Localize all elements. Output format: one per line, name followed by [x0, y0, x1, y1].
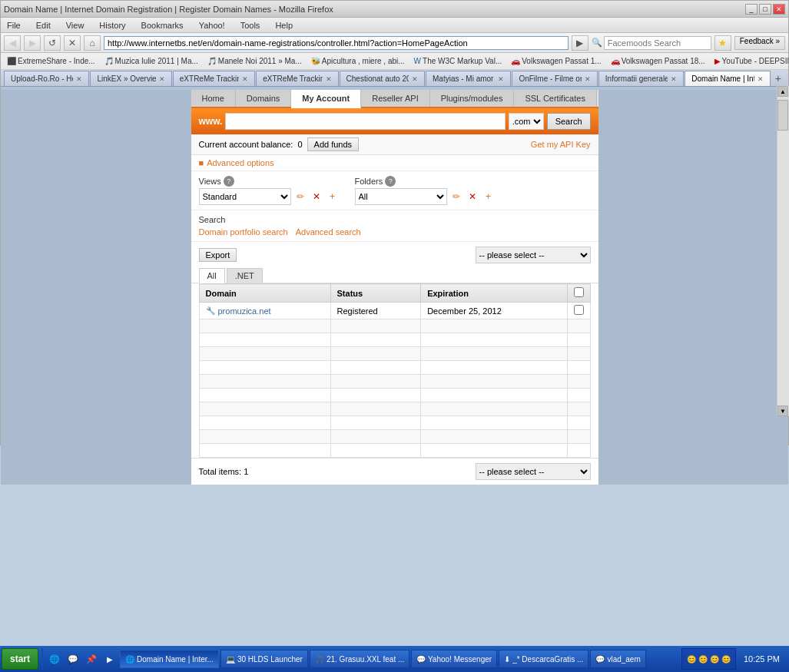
- taskbar-btn-descarca[interactable]: ⬇ _* DescarcaGratis ...: [499, 650, 588, 668]
- bottom-please-select[interactable]: -- please select -- Renew Transfer Delet…: [476, 463, 591, 480]
- menu-view[interactable]: View: [63, 19, 88, 31]
- top-please-select[interactable]: -- please select -- Renew Transfer Delet…: [476, 247, 591, 263]
- menu-help[interactable]: Help: [272, 19, 296, 31]
- site-tab-account[interactable]: My Account: [291, 90, 361, 108]
- tab-domain-active[interactable]: Domain Name | Intern... ✕: [685, 71, 770, 86]
- bookmark-manele[interactable]: 🎵 Manele Noi 2011 » Ma...: [204, 56, 305, 66]
- taskbar-icon-3[interactable]: 📌: [83, 650, 100, 667]
- site-tab-reseller[interactable]: Reseller API: [361, 90, 430, 107]
- views-select[interactable]: Standard Compact Detailed: [199, 188, 291, 205]
- menu-yahoo[interactable]: Yahoo!: [196, 19, 228, 31]
- domain-link[interactable]: 🔧 promuzica.net: [206, 306, 324, 316]
- bookmark-vw1[interactable]: 🚗 Volkswagen Passat 1...: [508, 56, 604, 66]
- folders-delete-button[interactable]: ✕: [466, 190, 479, 204]
- views-edit-button[interactable]: ✏: [293, 190, 307, 204]
- add-funds-button[interactable]: Add funds: [307, 137, 360, 151]
- feedback-button[interactable]: Feedback »: [734, 36, 785, 50]
- tab-close-onfilme[interactable]: ✕: [585, 75, 591, 83]
- menu-file[interactable]: File: [4, 19, 24, 31]
- forward-button[interactable]: ▶: [24, 35, 41, 51]
- search-links: Domain portfolio search Advanced search: [199, 227, 591, 237]
- views-info-icon[interactable]: ?: [224, 176, 234, 187]
- taskbar-btn-yahoo[interactable]: 💬 Yahoo! Messenger: [411, 650, 497, 668]
- tab-informatii[interactable]: Informatii generale - ... ✕: [598, 71, 684, 86]
- tab-close-extreme1[interactable]: ✕: [242, 75, 248, 83]
- taskbar-btn-grasuu[interactable]: 🎵 21. Grasuu.XXL feat ...: [310, 650, 409, 668]
- tab-upload[interactable]: Upload-Ro.Ro - Hos... ✕: [4, 71, 89, 86]
- folders-edit-button[interactable]: ✏: [449, 190, 463, 204]
- site-tab-domains[interactable]: Domains: [236, 90, 291, 107]
- bookmark-apicultura[interactable]: 🐝 Apicultura , miere , abi...: [308, 56, 408, 66]
- tab-close-domain[interactable]: ✕: [758, 75, 764, 83]
- site-tab-plugins[interactable]: Plugins/modules: [430, 90, 515, 107]
- search-domain-button[interactable]: Search: [547, 113, 591, 130]
- advanced-options-toggle[interactable]: ■ Advanced options: [199, 158, 591, 167]
- folders-info-icon[interactable]: ?: [385, 176, 396, 187]
- bookmark-w3c[interactable]: W The W3C Markup Val...: [411, 56, 506, 66]
- views-delete-button[interactable]: ✕: [310, 190, 323, 204]
- taskbar-btn-vlad[interactable]: 💬 vlad_aem: [590, 650, 645, 668]
- taskbar-btn-domain[interactable]: 🌐 Domain Name | Inter...: [120, 650, 219, 668]
- browser-search-input[interactable]: [604, 36, 711, 50]
- row-checkbox[interactable]: [574, 305, 584, 315]
- tld-select[interactable]: .com .net .org: [509, 113, 544, 130]
- favicon-icon: ⬛: [7, 57, 16, 65]
- window-controls: _ □ ✕: [745, 4, 785, 15]
- back-button[interactable]: ◀: [4, 35, 21, 51]
- taskbar-arrow[interactable]: ▶: [101, 650, 118, 667]
- tab-extreme1[interactable]: eXTReMe Tracking ✕: [173, 71, 255, 86]
- new-tab-button[interactable]: +: [771, 71, 785, 86]
- domain-tab-all[interactable]: All: [199, 268, 225, 283]
- views-controls: Standard Compact Detailed ✏ ✕ +: [199, 188, 340, 205]
- start-button[interactable]: start: [2, 648, 38, 670]
- minimize-button[interactable]: _: [745, 4, 758, 15]
- export-button[interactable]: Export: [199, 248, 237, 262]
- select-all-checkbox[interactable]: [574, 287, 584, 297]
- site-tab-home[interactable]: Home: [191, 90, 236, 107]
- menu-history[interactable]: History: [96, 19, 128, 31]
- menu-bookmarks[interactable]: Bookmarks: [138, 19, 187, 31]
- restore-button[interactable]: □: [759, 4, 771, 15]
- tab-matyias[interactable]: Matyias - Mi amor [N... ✕: [426, 71, 511, 86]
- bookmark-extremeshare[interactable]: ⬛ ExtremeShare - Inde...: [4, 56, 98, 66]
- scrollbar[interactable]: ▲ ▼: [777, 86, 789, 416]
- advanced-search-link[interactable]: Advanced search: [296, 227, 361, 237]
- tab-close-informatii[interactable]: ✕: [671, 75, 677, 83]
- balance-bar: Current account balance: 0 Add funds Get…: [191, 134, 598, 155]
- menu-tools[interactable]: Tools: [237, 19, 264, 31]
- bookmark-muzica[interactable]: 🎵 Muzica Iulie 2011 | Ma...: [101, 56, 201, 66]
- taskbar-icon-2[interactable]: 💬: [65, 650, 81, 667]
- taskbar-icon-1[interactable]: 🌐: [46, 650, 63, 667]
- close-button[interactable]: ✕: [773, 4, 785, 15]
- home-button[interactable]: ⌂: [84, 35, 101, 51]
- tab-close-chestionat[interactable]: ✕: [412, 75, 418, 83]
- domain-search-input[interactable]: [225, 113, 505, 130]
- www-label: www.: [199, 116, 223, 127]
- bookmark-vw2[interactable]: 🚗 Volkswagen Passat 18...: [608, 56, 708, 66]
- tab-linkex[interactable]: LinkEX » Overview ✕: [90, 71, 171, 86]
- site-content: Home Domains My Account Reseller API Plu…: [191, 90, 598, 485]
- domain-portfolio-search-link[interactable]: Domain portfolio search: [199, 227, 288, 237]
- stop-button[interactable]: ✕: [64, 35, 81, 51]
- reload-button[interactable]: ↺: [44, 35, 61, 51]
- views-add-button[interactable]: +: [326, 190, 340, 204]
- tab-close-matyias[interactable]: ✕: [498, 75, 504, 83]
- tab-extreme2[interactable]: eXTReMe Tracking ✕: [256, 71, 338, 86]
- bookmark-youtube[interactable]: ▶ YouTube - DEEPSIDE...: [711, 56, 788, 66]
- folders-select[interactable]: All Folder 1: [355, 188, 447, 205]
- folders-add-button[interactable]: +: [482, 190, 496, 204]
- site-tab-ssl[interactable]: SSL Certificates: [514, 90, 596, 107]
- go-button[interactable]: ▶: [572, 35, 588, 51]
- api-key-link[interactable]: Get my API Key: [531, 140, 591, 149]
- tab-close-upload[interactable]: ✕: [76, 75, 82, 83]
- domain-tab-net[interactable]: .NET: [227, 268, 263, 283]
- tab-close-extreme2[interactable]: ✕: [326, 75, 332, 83]
- tab-onfilme[interactable]: OnFilme - Filme onlin... ✕: [512, 71, 597, 86]
- taskbar-btn-hlds[interactable]: 💻 30 HLDS Launcher: [220, 650, 308, 668]
- tab-close-linkex[interactable]: ✕: [159, 75, 165, 83]
- menu-edit[interactable]: Edit: [33, 19, 54, 31]
- address-bar[interactable]: [104, 36, 569, 50]
- tab-chestionat[interactable]: Chestionat auto 201... ✕: [340, 71, 425, 86]
- folders-label: Folders ?: [355, 176, 496, 187]
- bookmark-star-button[interactable]: ★: [714, 35, 731, 51]
